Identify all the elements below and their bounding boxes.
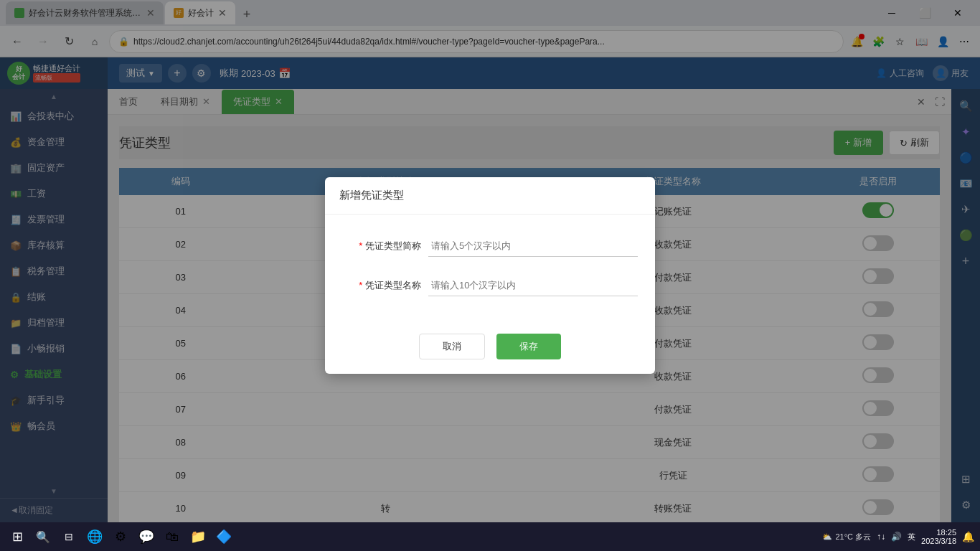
taskbar-app-store[interactable]: 🛍 bbox=[161, 525, 184, 548]
taskbar-app-wechat[interactable]: 💬 bbox=[135, 525, 158, 548]
form-row-short: * 凭证类型简称 bbox=[342, 235, 638, 257]
cancel-button[interactable]: 取消 bbox=[419, 334, 485, 359]
search-button[interactable]: 🔍 bbox=[32, 525, 55, 548]
taskbar-app-edge[interactable]: 🌐 bbox=[83, 525, 106, 548]
start-button[interactable]: ⊞ bbox=[6, 525, 29, 548]
date-display: 2023/3/18 bbox=[921, 537, 956, 545]
dialog-body: * 凭证类型简称 * 凭证类型名称 bbox=[325, 215, 655, 325]
taskbar-app-folder[interactable]: 📁 bbox=[187, 525, 209, 548]
taskbar: ⊞ 🔍 ⊟ 🌐 ⚙ 💬 🛍 📁 🔷 ⛅ 21°C 多云 ↑↓ 🔊 英 18:25… bbox=[0, 522, 980, 551]
full-name-label: * 凭证类型名称 bbox=[342, 279, 421, 292]
form-row-fullname: * 凭证类型名称 bbox=[342, 274, 638, 296]
task-view-button[interactable]: ⊟ bbox=[57, 525, 80, 548]
dialog-footer: 取消 保存 bbox=[325, 325, 655, 374]
taskbar-right: ⛅ 21°C 多云 ↑↓ 🔊 英 18:25 2023/3/18 🔔 bbox=[822, 528, 974, 545]
dialog-title: 新增凭证类型 bbox=[339, 189, 404, 202]
volume-icon[interactable]: 🔊 bbox=[891, 532, 902, 542]
short-name-input[interactable] bbox=[428, 235, 638, 256]
dialog: 新增凭证类型 * 凭证类型简称 * 凭证类型名称 bbox=[325, 177, 655, 374]
save-button[interactable]: 保存 bbox=[496, 334, 561, 359]
network-icon[interactable]: ↑↓ bbox=[877, 532, 885, 542]
notification-center-icon[interactable]: 🔔 bbox=[962, 531, 974, 542]
taskbar-app-chrome[interactable]: ⚙ bbox=[109, 525, 132, 548]
short-name-label: * 凭证类型简称 bbox=[342, 240, 421, 253]
weather-icon: ⛅ bbox=[822, 532, 832, 542]
weather-text: 21°C 多云 bbox=[835, 532, 871, 542]
full-name-input[interactable] bbox=[428, 274, 638, 296]
dialog-header: 新增凭证类型 bbox=[325, 177, 655, 215]
time-display: 18:25 bbox=[936, 528, 956, 537]
dialog-overlay: 新增凭证类型 * 凭证类型简称 * 凭证类型名称 bbox=[0, 0, 980, 551]
clock[interactable]: 18:25 2023/3/18 bbox=[921, 528, 956, 545]
taskbar-app-edge2[interactable]: 🔷 bbox=[212, 525, 235, 548]
weather-widget[interactable]: ⛅ 21°C 多云 bbox=[822, 532, 871, 542]
lang-indicator[interactable]: 英 bbox=[908, 532, 915, 542]
